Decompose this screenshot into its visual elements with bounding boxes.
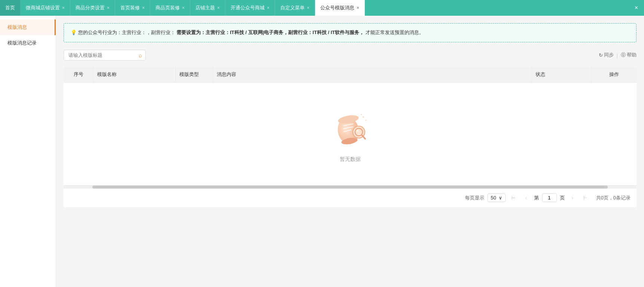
close-tab-product-decor[interactable]: ×: [182, 5, 185, 10]
data-table: 序号 模版名称 模版类型 消息内容 状态 操作: [64, 67, 637, 207]
nav-tab-shop-setting[interactable]: 微商城店铺设置×: [21, 0, 70, 16]
close-tab-custom-menu[interactable]: ×: [307, 5, 309, 10]
close-tab-shop-setting[interactable]: ×: [62, 5, 65, 10]
prev-page-button[interactable]: ‹: [521, 193, 531, 203]
page-size-select[interactable]: 50 ∨: [487, 193, 505, 202]
nav-tab-open-mall[interactable]: 开通公众号商城×: [225, 0, 275, 16]
col-header-type: 模版类型: [176, 67, 213, 82]
close-tab-open-mall[interactable]: ×: [267, 5, 269, 10]
banner-highlight: 需要设置为：主营行业：IT科技 / 互联网|电子商务，副营行业：IT科技 / I…: [176, 30, 364, 35]
search-input-wrap: ⌕: [64, 50, 146, 61]
nav-tab-shop-theme[interactable]: 店铺主题×: [190, 0, 225, 16]
close-tab-template-msg[interactable]: ×: [357, 5, 359, 10]
banner-prefix: 您的公众号行业为：主营行业：，副营行业：: [78, 30, 175, 35]
table-header: 序号 模版名称 模版类型 消息内容 状态 操作: [64, 67, 637, 83]
empty-state: 暂无数据: [64, 83, 637, 185]
scroll-thumb[interactable]: [92, 186, 608, 189]
close-tab-home-decor[interactable]: ×: [142, 5, 145, 10]
search-input[interactable]: [64, 50, 146, 61]
help-button[interactable]: ⓪ 帮助: [621, 52, 637, 58]
pagination: 每页显示 50 ∨ ⊨ ‹ 第 页 › ⊩ 共0页，0条记录: [64, 188, 637, 207]
nav-tab-home[interactable]: 首页: [0, 0, 21, 16]
nav-tab-category-setting[interactable]: 商品分类设置×: [70, 0, 115, 16]
first-page-button[interactable]: ⊨: [509, 193, 518, 203]
nav-tab-home-decor[interactable]: 首页装修×: [115, 0, 150, 16]
nav-tab-product-decor[interactable]: 商品页装修×: [150, 0, 190, 16]
svg-point-10: [363, 116, 364, 118]
svg-point-11: [365, 119, 366, 120]
sync-icon: ↻: [599, 52, 603, 58]
col-header-content: 消息内容: [213, 67, 532, 82]
sidebar-item-template-record[interactable]: 模版消息记录: [0, 35, 56, 51]
search-bar: ⌕ ↻ 同步 | ⓪ 帮助: [64, 50, 637, 61]
sync-button[interactable]: ↻ 同步: [599, 52, 614, 58]
svg-point-9: [356, 129, 358, 132]
nav-tab-template-msg[interactable]: 公众号模版消息×: [315, 0, 365, 16]
col-header-status: 状态: [532, 67, 592, 82]
col-header-no: 序号: [64, 67, 93, 82]
help-label: 帮助: [627, 52, 637, 58]
sidebar: 模版消息模版消息记录: [0, 16, 56, 287]
main-layout: 模版消息模版消息记录 💡 您的公众号行业为：主营行业：，副营行业： 需要设置为：…: [0, 16, 644, 287]
top-nav: 首页微商城店铺设置×商品分类设置×首页装修×商品页装修×店铺主题×开通公众号商城…: [0, 0, 644, 16]
empty-icon: [328, 105, 373, 150]
empty-text: 暂无数据: [340, 156, 361, 163]
total-info: 共0页，0条记录: [596, 195, 631, 201]
last-page-button[interactable]: ⊩: [580, 193, 590, 203]
page-size-value: 50: [491, 195, 496, 201]
col-header-name: 模版名称: [93, 67, 176, 82]
page-input[interactable]: [542, 193, 557, 202]
scroll-track[interactable]: [64, 185, 637, 188]
close-all-button[interactable]: ×: [629, 0, 644, 16]
page-label: 第: [534, 195, 539, 201]
info-banner: 💡 您的公众号行业为：主营行业：，副营行业： 需要设置为：主营行业：IT科技 /…: [64, 23, 637, 42]
close-tab-shop-theme[interactable]: ×: [217, 5, 220, 10]
svg-point-12: [361, 114, 362, 115]
help-icon: ⓪: [621, 52, 626, 58]
close-tab-category-setting[interactable]: ×: [107, 5, 110, 10]
info-icon: 💡: [71, 30, 78, 35]
page-size-label: 每页显示: [465, 195, 484, 201]
sync-label: 同步: [604, 52, 614, 58]
search-left: ⌕: [64, 50, 146, 61]
col-header-action: 操作: [592, 67, 637, 82]
sidebar-item-template-message[interactable]: 模版消息: [0, 19, 56, 35]
page-unit: 页: [560, 195, 565, 201]
banner-suffix: 才能正常发送预置的消息。: [366, 30, 424, 35]
content-area: 💡 您的公众号行业为：主营行业：，副营行业： 需要设置为：主营行业：IT科技 /…: [56, 16, 644, 287]
page-size-chevron: ∨: [499, 195, 502, 201]
search-icon[interactable]: ⌕: [139, 52, 142, 58]
next-page-button[interactable]: ›: [568, 193, 577, 203]
nav-tab-custom-menu[interactable]: 自定义菜单×: [275, 0, 315, 16]
divider: |: [617, 52, 618, 58]
search-right: ↻ 同步 | ⓪ 帮助: [599, 52, 637, 58]
